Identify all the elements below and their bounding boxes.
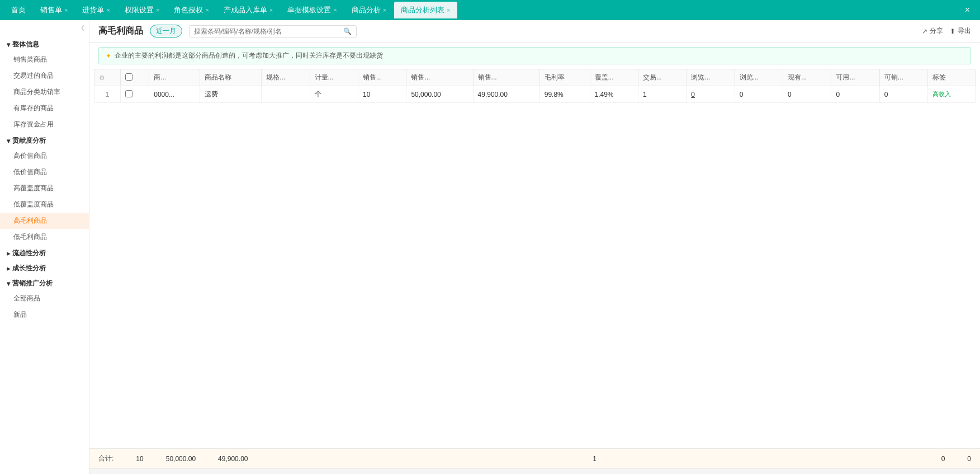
data-table-container[interactable]: ⚙商...商品名称规格...计量...销售...销售...销售...毛利率覆盖.… <box>89 69 980 448</box>
cell-code: 0000... <box>149 86 200 103</box>
sidebar-item-高毛利商品[interactable]: 高毛利商品 <box>0 213 89 229</box>
sidebar-group-流趋性分析[interactable]: ▸流趋性分析 <box>0 245 89 260</box>
col-header-salesAmt[interactable]: 销售... <box>406 69 473 86</box>
nav-close-icon[interactable]: × <box>64 7 68 13</box>
col-header-check[interactable] <box>121 69 149 86</box>
nav-item-单据模板设置[interactable]: 单据模板设置× <box>281 2 343 18</box>
sidebar-item-交易过的商品[interactable]: 交易过的商品 <box>0 68 89 84</box>
share-icon: ↗ <box>922 27 927 35</box>
nav-close-icon[interactable]: × <box>383 7 386 13</box>
footer-sales-profit: 49,900.00 <box>218 455 248 463</box>
horizontal-scrollbar[interactable] <box>89 468 980 474</box>
sidebar-item-低毛利商品[interactable]: 低毛利商品 <box>0 229 89 245</box>
col-header-name[interactable]: 商品名称 <box>200 69 262 86</box>
nav-item-首页[interactable]: 首页 <box>4 2 32 18</box>
nav-close-icon[interactable]: × <box>205 7 209 13</box>
cell-browseCount: 0 <box>687 86 735 103</box>
search-icon[interactable]: 🔍 <box>343 27 352 35</box>
col-header-saleable[interactable]: 可销... <box>879 69 927 86</box>
sidebar-item-商品分类助销率[interactable]: 商品分类助销率 <box>0 84 89 100</box>
chevron-icon: ▾ <box>7 280 10 288</box>
sidebar-group-label: 贡献度分析 <box>12 136 46 146</box>
nav-item-角色授权[interactable]: 角色授权× <box>167 2 215 18</box>
footer-trade-count: 1 <box>593 455 596 463</box>
cell-spec <box>262 86 310 103</box>
nav-close-icon[interactable]: × <box>447 7 450 13</box>
col-header-code[interactable]: 商... <box>149 69 200 86</box>
chevron-icon: ▾ <box>7 41 10 49</box>
footer-label: 合计: <box>98 454 113 463</box>
tag-badge: 高收入 <box>932 91 951 97</box>
filter-recent-month-button[interactable]: 近一月 <box>150 25 182 37</box>
sidebar-group-营销推广分析[interactable]: ▾营销推广分析 <box>0 275 89 290</box>
sidebar-group-label: 成长性分析 <box>12 264 46 273</box>
sidebar-item-高价值商品[interactable]: 高价值商品 <box>0 148 89 164</box>
content-area: 高毛利商品 近一月 🔍 ↗ 分享 ⬆ 导出 ✦ 企业的主要的利润都是这部分商品创… <box>89 20 980 474</box>
table-row: 10000...运费个1050,000.0049,900.0099.8%1.49… <box>94 86 976 103</box>
sidebar-group-label: 营销推广分析 <box>12 279 53 288</box>
cell-salesAmt: 50,000.00 <box>406 86 473 103</box>
settings-icon[interactable]: ⚙ <box>99 74 105 82</box>
cell-name: 运费 <box>200 86 262 103</box>
search-input[interactable] <box>194 27 340 35</box>
sidebar-item-销售类商品[interactable]: 销售类商品 <box>0 51 89 68</box>
nav-item-商品分析[interactable]: 商品分析× <box>345 2 393 18</box>
col-header-tradeCount[interactable]: 交易... <box>638 69 686 86</box>
col-header-tag[interactable]: 标签 <box>928 69 976 86</box>
col-header-settings[interactable]: ⚙ <box>94 69 121 86</box>
sidebar: 《 ▾整体信息销售类商品交易过的商品商品分类助销率有库存的商品库存资金占用▾贡献… <box>0 20 89 474</box>
nav-close-icon[interactable]: × <box>269 7 273 13</box>
col-header-salesProfit[interactable]: 销售... <box>473 69 539 86</box>
col-header-browseCount2[interactable]: 浏览... <box>735 69 783 86</box>
page-title: 高毛利商品 <box>98 25 143 37</box>
sidebar-group-label: 流趋性分析 <box>12 248 46 258</box>
col-header-coverage[interactable]: 覆盖... <box>590 69 638 86</box>
select-all-checkbox[interactable] <box>125 73 132 81</box>
search-box: 🔍 <box>189 25 357 37</box>
sidebar-group-成长性分析[interactable]: ▸成长性分析 <box>0 260 89 275</box>
sidebar-collapse-button[interactable]: 《 <box>0 20 89 36</box>
nav-item-商品分析列表[interactable]: 商品分析列表× <box>394 2 457 18</box>
col-header-salesQty[interactable]: 销售... <box>358 69 406 86</box>
footer-summary: 合计: 10 50,000.00 49,900.00 1 0 0 <box>89 448 980 468</box>
sidebar-item-低覆盖度商品[interactable]: 低覆盖度商品 <box>0 196 89 213</box>
footer-available: 0 <box>967 455 971 463</box>
footer-current-stock: 0 <box>941 455 945 463</box>
chevron-icon: ▸ <box>7 265 10 273</box>
nav-item-销售单[interactable]: 销售单× <box>34 2 74 18</box>
nav-close-icon[interactable]: × <box>333 7 337 13</box>
chevron-icon: ▾ <box>7 137 10 145</box>
col-header-unit[interactable]: 计量... <box>310 69 358 86</box>
main-layout: 《 ▾整体信息销售类商品交易过的商品商品分类助销率有库存的商品库存资金占用▾贡献… <box>0 20 980 474</box>
col-header-browseCount[interactable]: 浏览... <box>687 69 735 86</box>
window-close-button[interactable]: × <box>959 2 976 18</box>
sidebar-group-贡献度分析[interactable]: ▾贡献度分析 <box>0 133 89 148</box>
col-header-currentStock[interactable]: 现有... <box>783 69 831 86</box>
export-button[interactable]: ⬆ 导出 <box>950 26 971 36</box>
sidebar-item-新品[interactable]: 新品 <box>0 307 89 323</box>
sidebar-item-高覆盖度商品[interactable]: 高覆盖度商品 <box>0 180 89 196</box>
nav-item-权限设置[interactable]: 权限设置× <box>118 2 166 18</box>
browse-count-link[interactable]: 0 <box>691 91 695 98</box>
cell-browseCount2: 0 <box>735 86 783 103</box>
sidebar-group-整体信息[interactable]: ▾整体信息 <box>0 36 89 51</box>
sidebar-group-label: 整体信息 <box>12 40 39 49</box>
col-header-grossMargin[interactable]: 毛利率 <box>539 69 590 86</box>
footer-sales-amt: 50,000.00 <box>166 455 196 463</box>
nav-item-进货单[interactable]: 进货单× <box>75 2 116 18</box>
cell-coverage: 1.49% <box>590 86 638 103</box>
sidebar-item-低价值商品[interactable]: 低价值商品 <box>0 164 89 180</box>
sidebar-item-全部商品[interactable]: 全部商品 <box>0 290 89 307</box>
share-button[interactable]: ↗ 分享 <box>922 26 943 36</box>
col-header-available[interactable]: 可用... <box>831 69 879 86</box>
nav-close-icon[interactable]: × <box>156 7 159 13</box>
sidebar-item-库存资金占用[interactable]: 库存资金占用 <box>0 116 89 133</box>
nav-item-产成品入库单[interactable]: 产成品入库单× <box>217 2 280 18</box>
row-checkbox[interactable] <box>125 90 132 97</box>
top-navigation: 首页销售单×进货单×权限设置×角色授权×产成品入库单×单据模板设置×商品分析×商… <box>0 0 980 20</box>
cell-tag: 高收入 <box>928 86 976 103</box>
col-header-spec[interactable]: 规格... <box>262 69 310 86</box>
sidebar-item-有库存的商品[interactable]: 有库存的商品 <box>0 100 89 116</box>
cell-tradeCount: 1 <box>638 86 686 103</box>
nav-close-icon[interactable]: × <box>106 7 110 13</box>
